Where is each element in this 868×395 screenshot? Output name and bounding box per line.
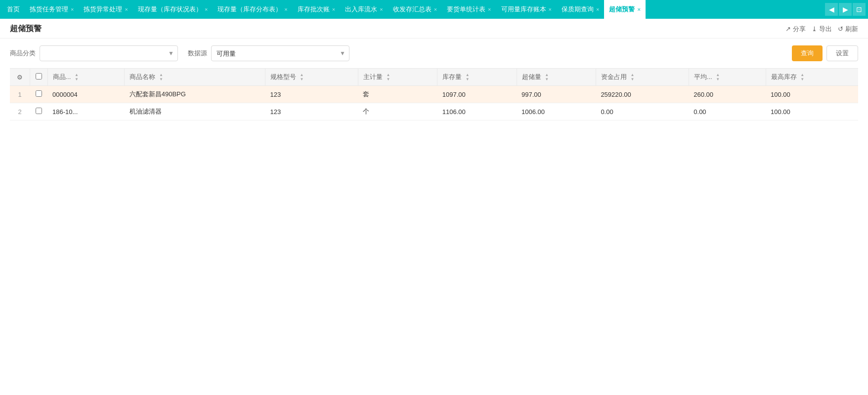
table-row: 2 186-10... 机油滤清器 123 个 1106.00 1006.00 …	[10, 103, 858, 120]
close-tab-3-icon[interactable]: ×	[284, 6, 287, 12]
select-all-checkbox[interactable]	[36, 73, 42, 79]
close-tab-6-icon[interactable]: ×	[434, 6, 437, 12]
row-checkbox-cell	[30, 103, 47, 120]
nav-home[interactable]: 首页	[2, 5, 25, 14]
nav-prev-button[interactable]: ◀	[825, 3, 838, 16]
nav-tab-shoufacun-huizong[interactable]: 收发存汇总表 ×	[388, 0, 442, 19]
close-tab-0-icon[interactable]: ×	[71, 6, 74, 12]
filter-action-buttons: 查询 设置	[792, 45, 858, 61]
sort-product-name-icon[interactable]: ▲▼	[159, 73, 163, 82]
th-max-stock: 最高库存 ▲▼	[766, 69, 858, 86]
nav-tab-kucun-pici[interactable]: 库存批次账 ×	[293, 0, 340, 19]
sort-capital-icon[interactable]: ▲▼	[631, 73, 635, 82]
nav-tab-baozhi-chaxun[interactable]: 保质期查询 ×	[557, 0, 604, 19]
cell-overstock: 997.00	[517, 86, 596, 103]
export-button[interactable]: ⤓ 导出	[812, 25, 832, 34]
th-capital: 资金占用 ▲▼	[596, 69, 689, 86]
cell-product-name: 机油滤清器	[125, 103, 265, 120]
sort-overstock-icon[interactable]: ▲▼	[545, 73, 549, 82]
cell-capital: 0.00	[596, 103, 689, 120]
th-product-code: 商品... ▲▼	[47, 69, 125, 86]
refresh-label: 刷新	[845, 25, 858, 34]
nav-tab-yaohuo-tongji[interactable]: 要货单统计表 ×	[442, 0, 496, 19]
cell-stock: 1106.00	[437, 103, 517, 120]
page-title: 超储预警	[10, 24, 42, 34]
export-label: 导出	[819, 25, 832, 34]
th-product-name: 商品名称 ▲▼	[125, 69, 265, 86]
category-select[interactable]	[40, 45, 178, 61]
nav-tab-jianhuoyichang[interactable]: 拣货异常处理 ×	[79, 0, 132, 19]
cell-max-stock: 100.00	[766, 86, 858, 103]
share-label: 分享	[793, 25, 806, 34]
th-over-stock: 超储量 ▲▼	[517, 69, 596, 86]
nav-tab-xiancunliang-dist[interactable]: 现存量（库存分布表） ×	[213, 0, 292, 19]
cell-spec: 123	[265, 86, 358, 103]
datasource-filter-label: 数据源	[188, 49, 207, 58]
cell-avg: 260.00	[689, 86, 766, 103]
cell-avg: 0.00	[689, 103, 766, 120]
close-tab-8-icon[interactable]: ×	[549, 6, 552, 12]
cell-max-stock: 100.00	[766, 103, 858, 120]
datasource-filter-group: 数据源 可用量 库存量 ▼	[188, 45, 349, 61]
header-actions: ↗ 分享 ⤓ 导出 ↺ 刷新	[785, 25, 858, 34]
category-filter-group: 商品分类 ▼	[10, 45, 178, 61]
main-table: ⚙ 商品... ▲▼ 商品名称 ▲▼ 规格型号 ▲▼ 主计	[10, 68, 858, 120]
close-tab-5-icon[interactable]: ×	[380, 6, 383, 12]
table-header-row: ⚙ 商品... ▲▼ 商品名称 ▲▼ 规格型号 ▲▼ 主计	[10, 69, 858, 86]
close-tab-10-icon[interactable]: ×	[637, 6, 640, 12]
page-header: 超储预警 ↗ 分享 ⤓ 导出 ↺ 刷新	[0, 19, 868, 39]
close-tab-9-icon[interactable]: ×	[596, 6, 599, 12]
table-row: 1 0000004 六配套新昌490BPG 123 套 1097.00 997.…	[10, 86, 858, 103]
nav-tab-jianhuorenwu[interactable]: 拣货任务管理 ×	[25, 0, 79, 19]
th-stock: 库存量 ▲▼	[437, 69, 517, 86]
cell-product-name: 六配套新昌490BPG	[125, 86, 265, 103]
cell-overstock: 1006.00	[517, 103, 596, 120]
cell-spec: 123	[265, 103, 358, 120]
nav-tab-keyongliang[interactable]: 可用量库存账本 ×	[496, 0, 557, 19]
sort-stock-icon[interactable]: ▲▼	[466, 73, 470, 82]
row-checkbox-cell	[30, 86, 47, 103]
row-number: 1	[10, 86, 30, 103]
sort-spec-icon[interactable]: ▲▼	[300, 73, 304, 82]
nav-expand-button[interactable]: ⊡	[853, 3, 866, 16]
close-tab-7-icon[interactable]: ×	[488, 6, 491, 12]
settings-button[interactable]: 设置	[826, 45, 858, 61]
share-button[interactable]: ↗ 分享	[785, 25, 806, 34]
refresh-button[interactable]: ↺ 刷新	[838, 25, 858, 34]
cell-product-code: 186-10...	[47, 103, 125, 120]
row-checkbox[interactable]	[36, 90, 42, 97]
category-select-wrap: ▼	[40, 45, 178, 61]
export-icon: ⤓	[812, 25, 817, 33]
query-button[interactable]: 查询	[792, 45, 823, 61]
category-filter-label: 商品分类	[10, 49, 36, 58]
table-container: ⚙ 商品... ▲▼ 商品名称 ▲▼ 规格型号 ▲▼ 主计	[0, 68, 868, 120]
th-avg: 平均... ▲▼	[689, 69, 766, 86]
nav-next-button[interactable]: ▶	[839, 3, 852, 16]
th-spec: 规格型号 ▲▼	[265, 69, 358, 86]
cell-capital: 259220.00	[596, 86, 689, 103]
sort-unit-icon[interactable]: ▲▼	[387, 73, 391, 82]
refresh-icon: ↺	[838, 25, 843, 33]
sort-avg-icon[interactable]: ▲▼	[716, 73, 720, 82]
close-tab-4-icon[interactable]: ×	[332, 6, 335, 12]
cell-product-code: 0000004	[47, 86, 125, 103]
sort-product-code-icon[interactable]: ▲▼	[75, 73, 79, 82]
gear-icon[interactable]: ⚙	[17, 74, 23, 81]
row-checkbox[interactable]	[36, 108, 42, 114]
top-navigation: 首页 拣货任务管理 × 拣货异常处理 × 现存量（库存状况表） × 现存量（库存…	[0, 0, 868, 19]
close-tab-2-icon[interactable]: ×	[205, 6, 208, 12]
filter-area: 商品分类 ▼ 数据源 可用量 库存量 ▼ 查询 设置	[0, 39, 868, 68]
close-tab-1-icon[interactable]: ×	[125, 6, 128, 12]
gear-column-header: ⚙	[10, 69, 30, 86]
cell-unit: 套	[358, 86, 437, 103]
cell-stock: 1097.00	[437, 86, 517, 103]
th-unit: 主计量 ▲▼	[358, 69, 437, 86]
nav-tab-churu-liushui[interactable]: 出入库流水 ×	[340, 0, 388, 19]
nav-tab-xiancunliang-state[interactable]: 现存量（库存状况表） ×	[133, 0, 213, 19]
datasource-select-wrap: 可用量 库存量 ▼	[211, 45, 349, 61]
sort-maxstock-icon[interactable]: ▲▼	[800, 73, 804, 82]
nav-tab-chaochuyujing[interactable]: 超储预警 ×	[604, 0, 645, 19]
checkbox-column-header	[30, 69, 47, 86]
row-number: 2	[10, 103, 30, 120]
datasource-select[interactable]: 可用量 库存量	[211, 45, 349, 61]
